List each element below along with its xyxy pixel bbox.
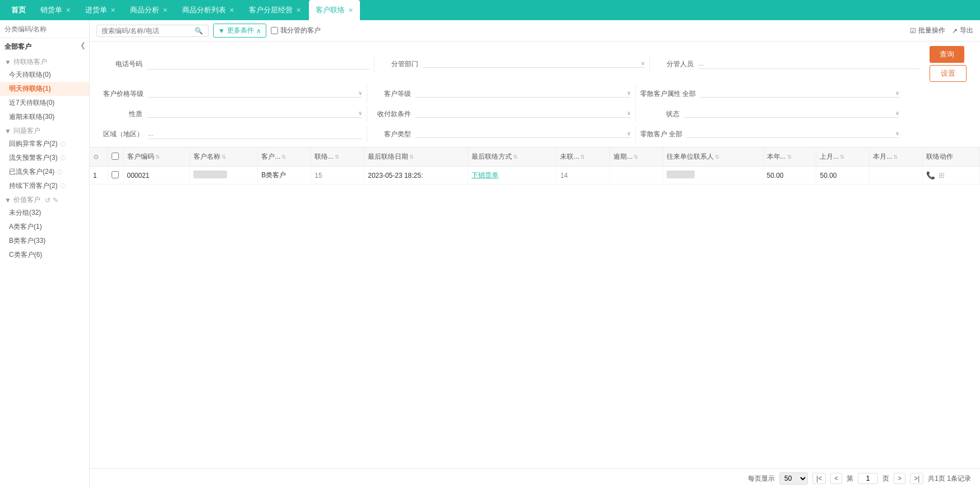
my-customer-checkbox-wrap: 我分管的客户	[271, 26, 321, 35]
sidebar-item-churned[interactable]: 已流失客户(24) ⓘ	[0, 165, 89, 179]
filter-row-4: 区域（地区） ... 客户类型 ∨ 零散客户 全部	[99, 126, 971, 142]
nav-product-list[interactable]: 商品分析列表 ✕	[175, 0, 241, 20]
nav-product-analysis[interactable]: 商品分析 ✕	[123, 0, 174, 20]
sidebar-item-today[interactable]: 今天待联络(0)	[0, 68, 89, 82]
close-product-list-icon[interactable]: ✕	[229, 7, 234, 14]
sidebar-item-abnormal[interactable]: 回购异常客户(2) ⓘ	[0, 137, 89, 151]
col-this-year[interactable]: 本年...⇅	[763, 148, 816, 167]
row-select-checkbox[interactable]	[112, 171, 119, 178]
nav-purchase[interactable]: 进货单 ✕	[78, 0, 122, 20]
edit-icon[interactable]: ✎	[53, 196, 58, 204]
query-button[interactable]: 查询	[930, 46, 964, 63]
col-contacts[interactable]: 联络...⇅	[311, 148, 364, 167]
row-name-masked	[193, 171, 227, 178]
sidebar-search-area: 🔍	[0, 20, 89, 38]
filter-phone: 电话号码	[99, 59, 374, 70]
filter-status-select[interactable]: ∨	[684, 110, 899, 118]
filter-person-label: 分管人员	[654, 59, 694, 69]
filter-payment-select[interactable]: ∨	[415, 110, 631, 118]
info-icon-3: ⓘ	[57, 168, 62, 176]
close-customer-contact-icon[interactable]: ✕	[348, 7, 353, 14]
sidebar-item-class-a[interactable]: A类客户(1)	[0, 220, 89, 234]
sidebar-item-overdue[interactable]: 逾期未联络(30)	[0, 110, 89, 124]
col-name[interactable]: 客户名称⇅	[189, 148, 258, 167]
sidebar-item-class-b[interactable]: B类客户(33)	[0, 234, 89, 248]
filter-nature-label: 性质	[103, 109, 142, 119]
prev-page-btn[interactable]: <	[830, 473, 842, 484]
sidebar-item-ungrouped[interactable]: 未分组(32)	[0, 206, 89, 220]
info-icon-4: ⓘ	[60, 182, 66, 190]
export-btn[interactable]: ↗ 导出	[952, 26, 973, 35]
nav-customer-contact[interactable]: 客户联络 ✕	[309, 0, 360, 20]
sort-last-date-icon: ⇅	[409, 154, 414, 160]
sort-last-method-icon: ⇅	[513, 154, 517, 160]
col-type[interactable]: 客户...⇅	[258, 148, 311, 167]
filter-region-select[interactable]: ...	[148, 130, 362, 139]
col-uncontacted[interactable]: 未联...⇅	[557, 148, 610, 167]
sidebar-search-input[interactable]	[4, 25, 89, 33]
filter-retail-attr-select[interactable]: ∨	[700, 90, 899, 98]
sidebar-item-declining[interactable]: 持续下滑客户(2) ⓘ	[0, 179, 89, 193]
close-product-analysis-icon[interactable]: ✕	[163, 7, 168, 14]
col-contact-person[interactable]: 往来单位联系人⇅	[663, 148, 763, 167]
next-page-btn[interactable]: >	[894, 473, 905, 484]
col-code[interactable]: 客户编码⇅	[123, 148, 189, 167]
filter-retail: 零散客户 全部 ∨	[636, 130, 904, 139]
sidebar-item-churn-warn[interactable]: 流失预警客户(3) ⓘ	[0, 151, 89, 165]
filter-nature-select[interactable]: ∨	[147, 110, 362, 118]
setting-button[interactable]: 设置	[930, 65, 967, 82]
last-page-btn[interactable]: >|	[910, 473, 923, 484]
select-all-checkbox[interactable]	[112, 153, 119, 160]
close-purchase-icon[interactable]: ✕	[110, 7, 115, 14]
close-customer-tier-icon[interactable]: ✕	[296, 7, 301, 14]
filter-retail-label: 零散客户 全部	[640, 130, 682, 139]
price-arrow-icon: ∨	[358, 90, 362, 96]
filter-price-select[interactable]: ∨	[148, 90, 362, 98]
col-last-date[interactable]: 最后联络日期⇅	[364, 148, 468, 167]
filter-phone-input[interactable]	[147, 59, 369, 70]
first-page-btn[interactable]: |<	[812, 473, 826, 484]
filter-icon: ▼	[218, 27, 225, 35]
grid-action-icon[interactable]: ⊞	[939, 171, 945, 179]
toolbar-right: ☑ 批量操作 ↗ 导出	[910, 26, 973, 35]
row-last-date: 2023-05-23 18:25:	[364, 167, 468, 185]
col-this-month[interactable]: 本月...⇅	[870, 148, 923, 167]
filter-price-level: 客户价格等级 ∨	[99, 89, 367, 99]
per-page-select[interactable]: 50 100 200	[779, 472, 808, 485]
col-last-method[interactable]: 最后联络方式⇅	[468, 148, 557, 167]
last-method-link[interactable]: 下销货单	[471, 171, 498, 179]
filter-cust-type-select[interactable]: ∨	[415, 130, 631, 138]
all-customers-label: 全部客户	[4, 42, 31, 52]
search-input[interactable]	[101, 27, 191, 35]
phone-action-icon[interactable]: 📞	[926, 171, 935, 179]
filter-retail-select[interactable]: ∨	[687, 130, 899, 138]
search-btn-icon[interactable]: 🔍	[195, 27, 203, 35]
my-customer-checkbox[interactable]	[271, 27, 278, 34]
nav-customer-tier[interactable]: 客户分层经营 ✕	[242, 0, 308, 20]
col-overdue[interactable]: 逾期...⇅	[610, 148, 663, 167]
status-arrow-icon: ∨	[895, 110, 899, 116]
settings-gear-icon[interactable]: ⚙	[93, 153, 99, 161]
nav-home[interactable]: 首页	[4, 0, 33, 20]
sidebar-item-7days[interactable]: 近7天待联络(0)	[0, 96, 89, 110]
close-sales-icon[interactable]: ✕	[66, 7, 71, 14]
filter-dept-select[interactable]: ∨	[423, 60, 645, 68]
nav-sales[interactable]: 销货单 ✕	[34, 0, 77, 20]
sidebar-item-tomorrow[interactable]: 明天待联络(1)	[0, 82, 89, 96]
refresh-icon[interactable]: ↺	[45, 196, 50, 204]
all-customers-title[interactable]: 全部客户 《	[0, 38, 89, 55]
more-filter-btn[interactable]: ▼ 更多条件 ∧	[213, 24, 266, 38]
col-last-month[interactable]: 上月...⇅	[816, 148, 870, 167]
collapse-icon: 《	[77, 42, 85, 52]
page-input[interactable]	[858, 473, 878, 484]
total-info: 共1页 1条记录	[928, 474, 971, 484]
table-header: ⚙ 客户编码⇅ 客户名称⇅ 客户...⇅ 联络...⇅ 最后联络日期⇅ 最后联络…	[90, 148, 980, 167]
filter-person-select[interactable]: ...	[698, 59, 921, 69]
row-action: 📞 ⊞	[923, 167, 980, 185]
filter-status-label: 状态	[640, 109, 679, 119]
batch-op-btn[interactable]: ☑ 批量操作	[910, 26, 945, 35]
filter-cust-type-label: 客户类型	[372, 130, 411, 139]
col-settings: ⚙	[90, 148, 108, 167]
sidebar-item-class-c[interactable]: C类客户(6)	[0, 248, 89, 262]
filter-cust-level-select[interactable]: ∨	[415, 90, 631, 98]
